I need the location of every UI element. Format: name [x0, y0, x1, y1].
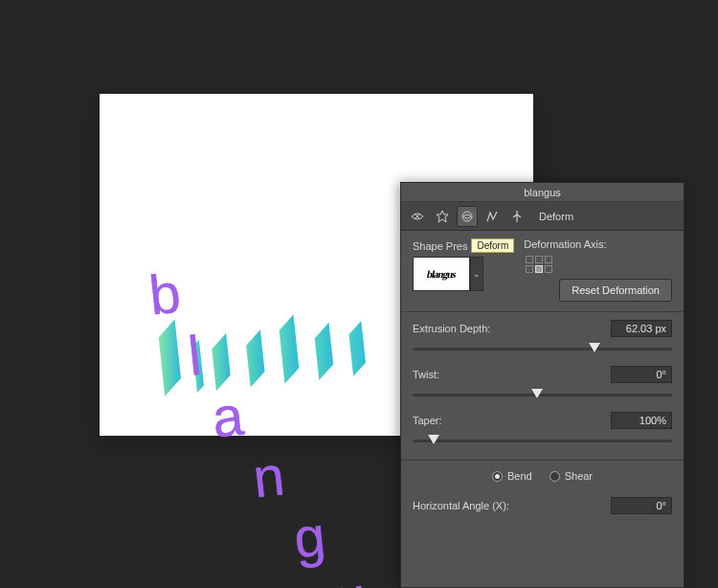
- coordinates-icon[interactable]: [506, 206, 527, 227]
- twist-label: Twist:: [413, 369, 439, 380]
- bend-shear-radio-group: Bend Shear: [401, 461, 684, 489]
- bend-radio[interactable]: Bend: [492, 470, 532, 482]
- shape-preset-label: Shape Pres: [413, 240, 467, 252]
- shear-label: Shear: [565, 470, 593, 482]
- cap-icon[interactable]: [482, 206, 503, 227]
- properties-panel: blangus Deform Shape Pres Deform: [400, 182, 684, 588]
- radio-dot-icon: [550, 471, 560, 482]
- mesh-icon[interactable]: [407, 206, 428, 227]
- reset-deformation-button[interactable]: Reset Deformation: [559, 279, 672, 302]
- taper-label: Taper:: [413, 415, 442, 426]
- scene-icon[interactable]: [432, 206, 453, 227]
- deform-icon[interactable]: [457, 206, 478, 227]
- taper-slider[interactable]: [413, 433, 672, 448]
- horizontal-angle-label: Horizontal Angle (X):: [413, 500, 509, 511]
- shear-radio[interactable]: Shear: [550, 470, 593, 482]
- twist-input[interactable]: 0°: [611, 366, 672, 383]
- panel-title: blangus: [401, 183, 684, 202]
- radio-dot-icon: [492, 471, 503, 482]
- chevron-down-icon: ⌄: [473, 269, 481, 279]
- toolbar-mode-label: Deform: [539, 211, 573, 222]
- shape-preset-dropdown[interactable]: ⌄: [470, 257, 483, 291]
- extrusion-depth-label: Extrusion Depth:: [413, 323, 490, 334]
- bend-label: Bend: [507, 470, 532, 482]
- deformation-axis-picker[interactable]: [526, 256, 554, 273]
- panel-toolbar: Deform: [401, 202, 684, 231]
- taper-input[interactable]: 100%: [611, 412, 672, 429]
- shape-preset-thumbnail[interactable]: blangus: [413, 257, 470, 291]
- extrusion-depth-slider[interactable]: [413, 341, 672, 356]
- extrusion-depth-input[interactable]: 62.03 px: [611, 320, 672, 337]
- deformation-axis-label: Deformation Axis:: [524, 238, 672, 250]
- twist-slider[interactable]: [413, 387, 672, 402]
- deform-tooltip: Deform: [471, 238, 514, 253]
- horizontal-angle-input[interactable]: 0°: [611, 497, 672, 514]
